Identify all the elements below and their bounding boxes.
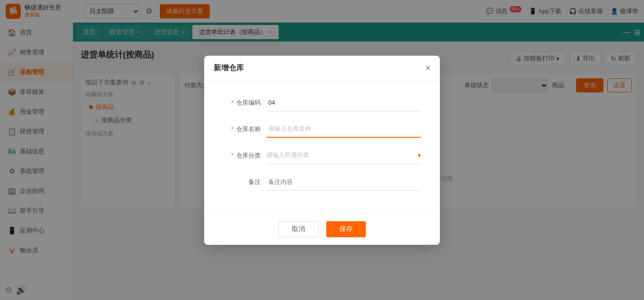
name-label-text: 仓库名称	[236, 125, 261, 133]
code-input[interactable]	[266, 94, 421, 111]
category-input-wrapper: 请输入所属分类 ▾	[266, 147, 421, 164]
code-input-wrapper	[266, 94, 421, 111]
add-warehouse-dialog: 新增仓库 × * 仓库编码 * 仓库名称	[204, 56, 440, 245]
note-row: 备注	[223, 174, 421, 191]
category-select[interactable]: 请输入所属分类 ▾	[266, 147, 421, 164]
category-label-text: 仓库分类	[236, 152, 261, 159]
modal-overlay: 新增仓库 × * 仓库编码 * 仓库名称	[0, 0, 644, 300]
dialog-footer: 取消 保存	[204, 213, 440, 245]
category-row: * 仓库分类 请输入所属分类 ▾	[223, 147, 421, 164]
note-label-text: 备注	[248, 178, 261, 185]
code-row: * 仓库编码	[223, 94, 421, 111]
category-label: * 仓库分类	[223, 151, 261, 160]
name-label: * 仓库名称	[223, 125, 261, 133]
name-row: * 仓库名称	[223, 121, 421, 138]
required-star-category: *	[231, 152, 233, 159]
save-button[interactable]: 保存	[326, 221, 366, 237]
category-placeholder: 请输入所属分类	[266, 151, 309, 159]
required-star-code: *	[231, 99, 233, 106]
dialog-title: 新增仓库	[214, 63, 244, 73]
dialog-header: 新增仓库 ×	[204, 56, 440, 81]
name-input-wrapper	[266, 121, 421, 138]
note-label: 备注	[223, 178, 261, 186]
note-input-wrapper	[266, 174, 421, 191]
category-arrow-icon: ▾	[418, 151, 421, 159]
name-input[interactable]	[266, 121, 421, 138]
cancel-button[interactable]: 取消	[278, 221, 319, 237]
required-star-name: *	[231, 125, 233, 133]
code-label: * 仓库编码	[223, 99, 261, 107]
note-input[interactable]	[266, 174, 421, 191]
dialog-close-icon[interactable]: ×	[425, 63, 430, 73]
code-label-text: 仓库编码	[236, 99, 261, 106]
dialog-body: * 仓库编码 * 仓库名称 *	[204, 81, 440, 213]
